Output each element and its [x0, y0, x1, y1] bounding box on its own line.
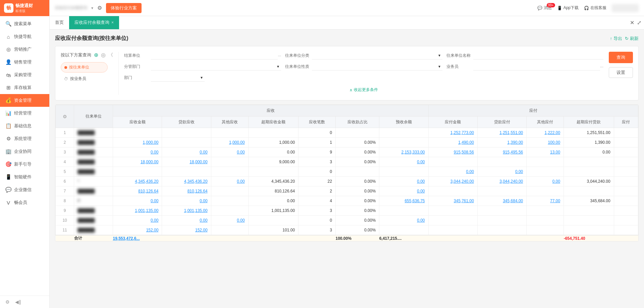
cell-ar-loan-1 [162, 138, 211, 147]
promo-button[interactable]: 体验行业方案 [106, 3, 142, 13]
sidebar-item-label-purchase: 采购管理 [14, 72, 32, 78]
cell-ar-amt-10: 152.00 [113, 225, 162, 235]
sidebar-item-warehouse[interactable]: ⊞库存核算 [0, 81, 49, 94]
tab-ar-ap-label: 应收应付余额查询 [74, 19, 109, 26]
sidebar-item-base[interactable]: 📋基础信息 [0, 120, 49, 132]
sidebar-item-collab[interactable]: 🏢企业协同 [0, 145, 49, 158]
table-row: 7 ██████ 810,126.64 810,126.64 810,126.6… [56, 186, 638, 196]
message-button[interactable]: 💬 消息 99+ [537, 5, 552, 11]
sidebar-item-guide[interactable]: 🎯新手引导 [0, 158, 49, 171]
tab-close-window-icon[interactable]: ✕ [630, 19, 634, 26]
footer-ar-loan [162, 235, 211, 241]
input-unit-name[interactable] [473, 52, 603, 59]
sidebar-item-system[interactable]: ⚙系统管理 [0, 132, 49, 145]
filter-add-icon[interactable]: ⊕ [94, 52, 98, 58]
setting-button[interactable]: 设置 [609, 67, 633, 78]
page-content: 应收应付余额查询(按往来单位) ↑ 导出 ↻ 刷新 按以下方案查询 [50, 30, 644, 308]
sidebar-item-purchase[interactable]: 🛍采购管理 [0, 69, 49, 81]
guide-icon: 🎯 [5, 161, 11, 167]
sidebar-item-search[interactable]: 🔍搜索菜单 [0, 17, 49, 30]
sidebar-item-member[interactable]: V畅会员 [0, 196, 49, 209]
cell-ar-count-0: 0 [299, 128, 336, 138]
cell-name-7: P [74, 196, 113, 206]
table-wrapper: ⚙ 往来单位 应收 应付 应收金额 贷款应收 其他应收 超期应收金额 应收笔数 [55, 105, 638, 241]
col-ar-loan: 贷款应收 [162, 117, 211, 128]
sidebar-item-quick[interactable]: ⌂快捷导航 [0, 30, 49, 43]
select-dept[interactable]: ▾ [151, 63, 281, 71]
sidebar-item-hardware[interactable]: 📱智能硬件 [0, 171, 49, 183]
tab-expand-icon[interactable]: ⤢ [637, 19, 641, 26]
cell-ap-loan-3 [477, 157, 526, 167]
cell-ap-overdue-0: 1,251,551.00 [564, 128, 614, 138]
sidebar-item-wechat[interactable]: 💬企业微信 [0, 183, 49, 196]
collapse-more-btn[interactable]: ∧ 收起更多条件 [124, 85, 603, 95]
filter-header: 按以下方案查询 ⊕ ◎ 《 [61, 52, 113, 58]
query-button[interactable]: 查询 [609, 52, 633, 63]
cell-ap-loan-0: 1,251,551.00 [477, 128, 526, 138]
cell-ar-overdue-7: 0.00 [248, 196, 298, 206]
export-button[interactable]: ↑ 导出 [610, 36, 623, 42]
sidebar-item-sales[interactable]: 👤销售管理 [0, 56, 49, 69]
field-label-salesman: 业务员 [446, 64, 473, 70]
scheme-by-unit[interactable]: 按往来单位 [61, 62, 108, 73]
settlement-dots-icon[interactable]: ··· [278, 53, 281, 58]
tab-ar-ap[interactable]: 应收应付余额查询 × [69, 16, 119, 29]
settings-footer-icon[interactable]: ⚙ [5, 299, 10, 305]
sidebar-item-label-wechat: 企业微信 [14, 187, 32, 193]
cell-ar-overdue-0 [248, 128, 298, 138]
input-settlement-unit[interactable] [151, 52, 278, 59]
filter-row-2: 分管部门 ▾ 往来单位性质 ▾ 业务员 [124, 63, 603, 71]
cell-ap-overdue-4 [564, 167, 614, 177]
scheme-by-unit-label: 按往来单位 [69, 64, 89, 70]
collapse-footer-icon[interactable]: ◀‖ [15, 299, 21, 305]
tab-home-label: 首页 [55, 19, 64, 26]
user-avatar[interactable] [612, 4, 639, 12]
scheme-by-salesman[interactable]: ⏱ 按业务员 [61, 74, 108, 84]
input-salesman[interactable] [473, 63, 600, 71]
field-dept: 分管部门 ▾ [124, 63, 281, 71]
header-gear-icon[interactable]: ⚙ [97, 5, 102, 11]
warehouse-icon: ⊞ [5, 85, 11, 91]
filter-config-icon[interactable]: ◎ [101, 52, 106, 58]
cell-ar-loan-5: 4,345,436.20 [162, 177, 211, 186]
salesman-dots-icon[interactable]: ··· [600, 64, 603, 69]
cell-ar-loan-8: 1,001,135.00 [162, 206, 211, 216]
table-row: 3 ██████ 0.00 0.00 0.00 0.00 9 0.00% 2,1… [56, 147, 638, 157]
header-chevron-icon[interactable]: ▾ [91, 6, 93, 10]
select-dept2[interactable]: ▾ [151, 74, 205, 82]
cell-ar-amt-5: 4,345,436.20 [113, 177, 162, 186]
sidebar-item-operation[interactable]: 📊经营管理 [0, 107, 49, 120]
page-title: 应收应付余额查询(按往来单位) [55, 35, 128, 42]
select-unit-category[interactable]: ▾ [312, 52, 442, 59]
footer-ar-prepay: 6,417,215.... [379, 235, 428, 241]
cell-name-5: ^ [74, 177, 113, 186]
cell-name-6: ██████ [74, 186, 113, 196]
col-ar-prepay: 预收余额 [379, 117, 428, 128]
cell-name-1: ██████ [74, 138, 113, 147]
filter-collapse-icon[interactable]: 《 [108, 52, 113, 58]
refresh-button[interactable]: ↻ 刷新 [625, 36, 639, 42]
cell-ap-loan-9 [477, 216, 526, 225]
online-service-button[interactable]: 🎧 在线客服 [584, 5, 606, 11]
sidebar-item-finance[interactable]: 💰资金管理 [0, 94, 49, 107]
cell-ap-tail-7 [614, 196, 638, 206]
cell-name-2: ██████ [74, 147, 113, 157]
filter-body: 按以下方案查询 ⊕ ◎ 《 按往来单位 ⏱ 按业务员 [61, 52, 633, 95]
sidebar-item-label-search: 搜索菜单 [14, 21, 32, 27]
field-unit-category: 往来单位分类 ▾ [285, 52, 442, 59]
scheme-active-dot [64, 66, 67, 69]
table-gear-icon[interactable]: ⚙ [63, 114, 67, 119]
app-download-button[interactable]: 📱 App下载 [557, 5, 579, 11]
cell-ar-overdue-8: 1,001,135.00 [248, 206, 298, 216]
sidebar-item-label-system: 系统管理 [14, 136, 32, 142]
cell-ar-prepay-6: 0.00 [379, 186, 428, 196]
cell-ar-count-7: 4 [299, 196, 336, 206]
tab-close-icon[interactable]: × [111, 20, 114, 25]
finance-icon: 💰 [5, 97, 11, 103]
tab-home[interactable]: 首页 [50, 16, 69, 29]
collab-icon: 🏢 [5, 148, 11, 155]
select-unit-nature[interactable]: ▾ [312, 63, 442, 71]
operation-icon: 📊 [5, 110, 11, 116]
sidebar-item-marketing[interactable]: ◎营销推广 [0, 43, 49, 56]
filter-schemes-col: 按以下方案查询 ⊕ ◎ 《 按往来单位 ⏱ 按业务员 [61, 52, 119, 95]
